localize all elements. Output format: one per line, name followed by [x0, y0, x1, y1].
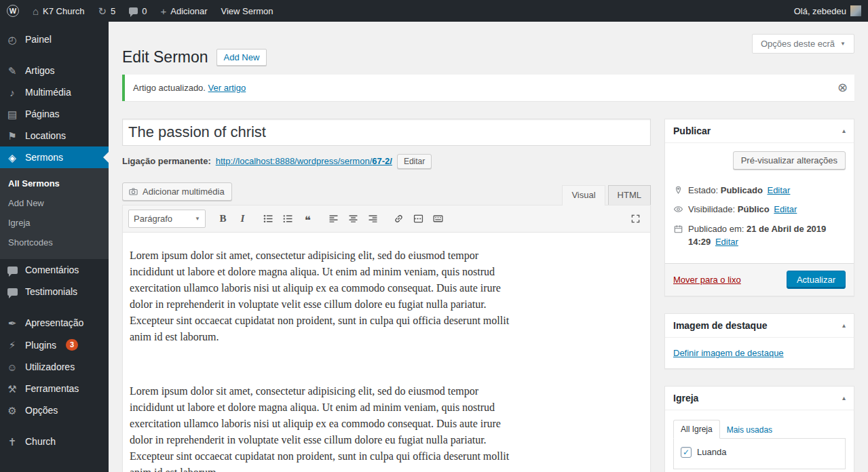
bold-button[interactable]: B: [214, 210, 232, 227]
sidebar-item-apresentacao[interactable]: ✒ Apresentação: [0, 312, 109, 334]
igreja-panel-header[interactable]: Igreja ▴: [665, 387, 854, 410]
bullet-list-icon: [263, 213, 274, 224]
editor-content[interactable]: Lorem ipsum dolor sit amet, consectetur …: [123, 233, 650, 472]
publish-panel-header[interactable]: Publicar ▴: [665, 119, 854, 143]
bullet-list-button[interactable]: [259, 210, 278, 227]
sidebar-subitem-add-new[interactable]: Add New: [0, 193, 109, 213]
igreja-tabs: All Igreja Mais usadas: [673, 418, 846, 439]
set-featured-image-link[interactable]: Definir imagem de destaque: [673, 348, 784, 358]
sidebar-item-utilizadores[interactable]: ☺ Utilizadores: [0, 356, 109, 378]
align-center-icon: [347, 213, 359, 224]
home-icon: ⌂: [33, 6, 39, 16]
align-left-button[interactable]: [324, 210, 343, 227]
add-media-button[interactable]: Adicionar multimédia: [122, 182, 232, 201]
sidebar-item-multimedia[interactable]: ♪ Multimédia: [0, 81, 109, 103]
sidebar-item-ferramentas[interactable]: ⚒ Ferramentas: [0, 378, 109, 399]
tab-visual[interactable]: Visual: [562, 185, 605, 205]
sidebar-item-plugins[interactable]: ⚡ Plugins 3: [0, 334, 109, 356]
editor-paragraph: Lorem ipsum dolor sit amet, consectetur …: [130, 383, 513, 472]
move-to-trash-link[interactable]: Mover para o lixo: [673, 275, 741, 285]
preview-changes-button[interactable]: Pré-visualizar alterações: [733, 151, 846, 170]
edit-status-link[interactable]: Editar: [767, 185, 790, 195]
sidebar-item-locations[interactable]: ⚑ Locations: [0, 125, 109, 146]
sidebar-item-paginas[interactable]: ▤ Páginas: [0, 103, 109, 125]
toolbar-toggle-button[interactable]: [429, 210, 447, 227]
numbered-list-button[interactable]: [279, 210, 297, 227]
screen-options-button[interactable]: Opções deste ecrã ▼: [752, 34, 854, 54]
wordpress-logo-menu[interactable]: W: [0, 0, 26, 22]
posts-icon: ✎: [5, 66, 19, 76]
page-header: Edit Sermon Add New: [122, 47, 854, 68]
tab-mais-usadas[interactable]: Mais usadas: [720, 421, 779, 439]
featured-image-panel-header[interactable]: Imagem de destaque ▴: [665, 314, 854, 338]
permalink-link[interactable]: http://localhost:8888/wordpress/sermon/6…: [216, 156, 392, 166]
italic-button[interactable]: I: [233, 210, 252, 227]
sidebar-item-sermons[interactable]: ◈ Sermons: [0, 146, 109, 168]
blockquote-button[interactable]: ❝: [299, 210, 317, 227]
permalink-row: Ligação permanente: http://localhost:888…: [122, 154, 651, 169]
post-title-input[interactable]: [122, 119, 651, 146]
avatar: [850, 5, 861, 16]
menu-separator: [0, 302, 109, 312]
location-pin-icon: ⚑: [5, 131, 19, 141]
fullscreen-button[interactable]: [626, 210, 645, 227]
featured-image-panel-title: Imagem de destaque: [673, 320, 768, 331]
sidebar-subitem-all-sermons[interactable]: All Sermons: [0, 174, 109, 193]
settings-icon: ⚙: [5, 406, 19, 416]
publish-panel: Publicar ▴ Pré-visualizar alterações Est…: [664, 119, 854, 296]
comments-count: 0: [142, 6, 147, 16]
site-name: K7 Church: [43, 6, 84, 16]
admin-menu: ◴ Painel ✎ Artigos ♪ Multimédia ▤ Página…: [0, 22, 109, 472]
testimonial-icon: [5, 287, 19, 297]
sidebar-item-testimonials[interactable]: Testimonials: [0, 281, 109, 302]
church-icon: ✝: [5, 437, 19, 447]
view-sermon-link[interactable]: View Sermon: [214, 0, 280, 22]
sidebar-item-opcoes[interactable]: ⚙ Opções: [0, 399, 109, 421]
main-content: Opções deste ecrã ▼ Edit Sermon Add New …: [109, 22, 868, 472]
paragraph-format-select[interactable]: Parágrafo ▼: [128, 210, 206, 228]
view-sermon-label: View Sermon: [221, 6, 273, 16]
updates-icon: ↻: [98, 6, 107, 16]
link-button[interactable]: [390, 210, 408, 227]
plugins-icon: ⚡: [5, 340, 19, 350]
permalink-label: Ligação permanente:: [122, 156, 211, 166]
sidebar-subitem-igreja[interactable]: Igreja: [0, 213, 109, 233]
updates-menu[interactable]: ↻ 5: [91, 0, 122, 22]
my-account-menu[interactable]: Olá, zebedeu: [787, 0, 868, 22]
numbered-list-icon: [282, 213, 294, 224]
add-new-button[interactable]: Add New: [216, 49, 267, 66]
view-post-link[interactable]: Ver artigo: [208, 83, 246, 93]
igreja-term-list: ✓ Luanda: [673, 438, 846, 469]
eye-icon: [673, 204, 683, 214]
new-content-menu[interactable]: + Adicionar: [154, 0, 214, 22]
admin-bar: W ⌂ K7 Church ↻ 5 0 + Adicionar View Ser…: [0, 0, 868, 22]
publish-panel-body: Pré-visualizar alterações Estado: Public…: [665, 143, 854, 263]
read-more-button[interactable]: [409, 210, 428, 227]
sidebar-item-comentarios[interactable]: Comentários: [0, 259, 109, 281]
media-icon: ♪: [5, 87, 19, 98]
sidebar-item-church[interactable]: ✝ Church: [0, 431, 109, 452]
editor-toolbar: Parágrafo ▼ B I: [123, 205, 650, 233]
align-center-button[interactable]: [344, 210, 362, 227]
featured-image-panel: Imagem de destaque ▴ Definir imagem de d…: [664, 313, 854, 369]
visibility-row: Visibilidade: Público Editar: [673, 203, 846, 216]
comments-menu[interactable]: 0: [122, 0, 153, 22]
tab-all-igreja[interactable]: All Igreja: [673, 420, 720, 439]
sermons-icon: ◈: [5, 153, 19, 163]
edit-date-link[interactable]: Editar: [715, 237, 738, 247]
edit-visibility-link[interactable]: Editar: [774, 204, 797, 214]
term-checkbox[interactable]: ✓: [681, 447, 692, 458]
tools-icon: ⚒: [5, 384, 19, 394]
sidebar-item-painel[interactable]: ◴ Painel: [0, 28, 109, 50]
update-button[interactable]: Actualizar: [787, 271, 846, 289]
admin-bar-left: W ⌂ K7 Church ↻ 5 0 + Adicionar View Ser…: [0, 0, 280, 22]
align-right-button[interactable]: [364, 210, 382, 227]
sidebar-subitem-shortcodes[interactable]: Shortcodes: [0, 233, 109, 252]
tab-html[interactable]: HTML: [608, 185, 651, 205]
site-name-menu[interactable]: ⌂ K7 Church: [26, 0, 91, 22]
sidebar-item-artigos[interactable]: ✎ Artigos: [0, 60, 109, 81]
dismiss-notice-button[interactable]: ⊗: [837, 81, 848, 94]
comments-icon: [5, 265, 19, 275]
menu-separator: [0, 50, 109, 60]
edit-permalink-button[interactable]: Editar: [397, 154, 432, 169]
